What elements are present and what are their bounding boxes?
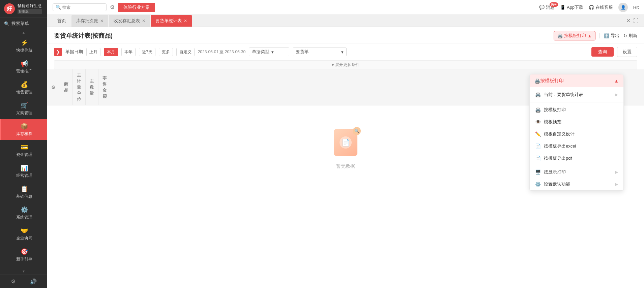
dropdown-template-excel[interactable]: 📄 按模板导出excel bbox=[530, 140, 623, 152]
expand-more-bar[interactable]: ▾ 展开更多条件 bbox=[54, 60, 637, 69]
dropdown-title: 按模板打印 bbox=[540, 78, 564, 84]
date-btn-custom[interactable]: 自定义 bbox=[176, 48, 195, 56]
dropdown-display-print[interactable]: 🖥️ 按显示打印 ▶ bbox=[530, 166, 623, 178]
tab-order-stats-close[interactable]: ✕ bbox=[184, 19, 187, 23]
scroll-down-indicator[interactable]: ▼ bbox=[0, 268, 47, 275]
default-func-icon: ⚙️ bbox=[535, 182, 540, 187]
sidebar-item-quick-nav[interactable]: ⚡ 快捷导航 bbox=[0, 36, 47, 57]
empty-text: 暂无数据 bbox=[336, 163, 355, 169]
message-badge: 99+ bbox=[550, 2, 558, 7]
sidebar-item-label: 系统管理 bbox=[16, 215, 32, 220]
page-content: 要货单统计表(按商品) 🖨️ 按模板打印 ▲ ⬆️ 导出 ↻ 刷新 bbox=[47, 27, 644, 288]
sidebar-item-sales[interactable]: 💰 销售管理 bbox=[0, 77, 47, 98]
sidebar-nav: ⚡ 快捷导航 📢 营销推广 💰 销售管理 🛒 采购管理 📦 库存核算 💳 资金管… bbox=[0, 36, 47, 268]
current-template-icon: 🖨️ bbox=[535, 92, 540, 97]
sidebar-item-operations[interactable]: 📊 经营管理 bbox=[0, 161, 47, 182]
logo-icon: 好 bbox=[4, 3, 15, 14]
sidebar-item-enterprise[interactable]: 🤝 企业协同 bbox=[0, 224, 47, 245]
dropdown-template-design[interactable]: ✏️ 模板自定义设计 bbox=[530, 128, 623, 140]
app-download-icon: 📱 bbox=[560, 5, 565, 10]
sidebar-item-system[interactable]: ⚙️ 系统管理 bbox=[0, 203, 47, 224]
goods-filter-dropdown[interactable]: 要货单 ▾ bbox=[293, 47, 347, 56]
date-btn-this-year[interactable]: 本年 bbox=[121, 48, 136, 56]
date-range-display: 2023-06-01 至 2023-06-30 bbox=[198, 49, 245, 55]
page-header: 要货单统计表(按商品) 🖨️ 按模板打印 ▲ ⬆️ 导出 ↻ 刷新 bbox=[47, 27, 644, 43]
basic-icon: 📋 bbox=[21, 185, 28, 193]
chevron-down-icon: ▾ bbox=[271, 50, 274, 55]
printer-icon: 🖨️ bbox=[557, 33, 563, 38]
sidebar-item-marketing[interactable]: 📢 营销推广 bbox=[0, 57, 47, 77]
date-btn-7days[interactable]: 近7天 bbox=[139, 48, 155, 56]
tab-close-all-icon[interactable]: ✕ bbox=[626, 18, 631, 24]
refresh-button[interactable]: ↻ 刷新 bbox=[623, 33, 637, 39]
dropdown-template-preview[interactable]: 👁️ 模板预览 bbox=[530, 116, 623, 128]
query-button[interactable]: 查询 bbox=[591, 47, 614, 57]
goods-filter-label: 要货单 bbox=[296, 49, 309, 55]
settings-button[interactable]: 设置 bbox=[617, 47, 637, 57]
printer-header-icon: 🖨️ bbox=[534, 78, 540, 84]
print-template-dropdown: 🖨️ 按模板打印 ▲ 🖨️ 当前：要货单统计表 ▶ 🖨️ 按模板打印 👁 bbox=[529, 74, 624, 191]
filter-expand-button[interactable]: ❯ bbox=[54, 48, 62, 56]
col-amount: 零售金额 bbox=[98, 69, 111, 105]
col-goods: 商品 bbox=[60, 69, 73, 105]
date-btn-last-month[interactable]: 上月 bbox=[86, 48, 100, 56]
app-name: 畅捷通好生意 bbox=[18, 3, 42, 9]
tab-inventory-batch-close[interactable]: ✕ bbox=[100, 19, 104, 23]
topbar-gear-icon[interactable]: ⚙ bbox=[110, 4, 115, 10]
column-settings-icon[interactable]: ⚙ bbox=[51, 85, 56, 90]
audio-footer-icon[interactable]: 🔊 bbox=[30, 278, 37, 285]
template-pdf-icon: 📄 bbox=[535, 156, 540, 161]
display-print-icon: 🖥️ bbox=[535, 169, 540, 175]
sidebar-item-app-center[interactable]: 📱 应用中心 bbox=[0, 265, 47, 268]
tab-order-stats[interactable]: 要货单统计表 ✕ bbox=[151, 15, 192, 27]
dropdown-current-section: 🖨️ 当前：要货单统计表 ▶ bbox=[530, 87, 623, 102]
sidebar-item-inventory[interactable]: 📦 库存核算 bbox=[0, 119, 47, 140]
dropdown-header: 🖨️ 按模板打印 ▲ bbox=[530, 74, 623, 87]
sidebar-search[interactable]: 🔍 搜索菜单 bbox=[0, 18, 47, 29]
avatar[interactable]: 👤 bbox=[618, 3, 628, 12]
col-settings: ⚙ bbox=[47, 69, 60, 105]
tab-home[interactable]: 首页 bbox=[53, 15, 71, 27]
trial-button[interactable]: 体验行业方案 bbox=[118, 3, 155, 12]
display-print-label: 按显示打印 bbox=[544, 169, 612, 175]
sidebar-item-basic[interactable]: 📋 基础信息 bbox=[0, 182, 47, 203]
tab-receipt-summary[interactable]: 收发存汇总表 ✕ bbox=[109, 15, 150, 27]
export-button[interactable]: ⬆️ 导出 bbox=[604, 33, 619, 39]
dropdown-template-print[interactable]: 🖨️ 按模板打印 bbox=[530, 104, 623, 116]
chevron-up-icon: ▲ bbox=[587, 33, 592, 38]
topbar-search-input[interactable] bbox=[62, 5, 104, 10]
sidebar-item-finance[interactable]: 💳 资金管理 bbox=[0, 140, 47, 161]
type-filter-dropdown[interactable]: 单据类型 ▾ bbox=[249, 47, 289, 56]
sidebar-item-label: 基础信息 bbox=[16, 194, 32, 199]
scroll-up-indicator[interactable]: ▲ bbox=[0, 29, 47, 36]
sidebar-item-guide[interactable]: 🎯 新手引导 bbox=[0, 245, 47, 265]
settings-footer-icon[interactable]: ⚙ bbox=[11, 278, 16, 285]
tab-expand-icon[interactable]: ⛶ bbox=[633, 18, 639, 24]
date-filter-label: 单据日期 bbox=[65, 49, 83, 55]
search-icon: 🔍 bbox=[4, 21, 9, 26]
tab-order-stats-label: 要货单统计表 bbox=[155, 18, 182, 24]
dropdown-items-section: 🖨️ 按模板打印 👁️ 模板预览 ✏️ 模板自定义设计 📄 按模板导出excel… bbox=[530, 102, 623, 166]
tab-receipt-summary-label: 收发存汇总表 bbox=[114, 18, 140, 24]
topbar-search-box[interactable]: 🔍 bbox=[53, 3, 107, 11]
online-service-button[interactable]: 🎧 在线客服 bbox=[589, 4, 613, 10]
message-button[interactable]: 💬 消息 99+ bbox=[539, 4, 555, 10]
dropdown-current-template[interactable]: 🖨️ 当前：要货单统计表 ▶ bbox=[530, 89, 623, 101]
date-btn-more[interactable]: 更多 bbox=[159, 48, 173, 56]
tab-inventory-batch[interactable]: 库存批次账 ✕ bbox=[71, 15, 108, 27]
sidebar-item-purchase[interactable]: 🛒 采购管理 bbox=[0, 98, 47, 119]
tab-receipt-summary-close[interactable]: ✕ bbox=[142, 19, 145, 23]
main-content: 🔍 ⚙ 体验行业方案 💬 消息 99+ 📱 App下载 🎧 在线客服 👤 Rit bbox=[47, 0, 644, 288]
template-preview-icon: 👁️ bbox=[535, 119, 540, 125]
chevron-down-icon: ▾ bbox=[332, 63, 334, 67]
dropdown-chevron-up-icon[interactable]: ▲ bbox=[614, 78, 619, 84]
app-download-button[interactable]: 📱 App下载 bbox=[560, 4, 583, 10]
export-icon: ⬆️ bbox=[604, 33, 609, 38]
date-btn-this-month[interactable]: 本月 bbox=[104, 48, 118, 56]
dropdown-default-func[interactable]: ⚙️ 设置默认功能 ▶ bbox=[530, 178, 623, 190]
display-print-chevron: ▶ bbox=[615, 170, 618, 174]
tab-home-label: 首页 bbox=[57, 18, 66, 24]
dropdown-template-pdf[interactable]: 📄 按模板导出pdf bbox=[530, 152, 623, 164]
online-service-label: 在线客服 bbox=[595, 4, 613, 10]
print-template-button[interactable]: 🖨️ 按模板打印 ▲ bbox=[554, 31, 595, 40]
